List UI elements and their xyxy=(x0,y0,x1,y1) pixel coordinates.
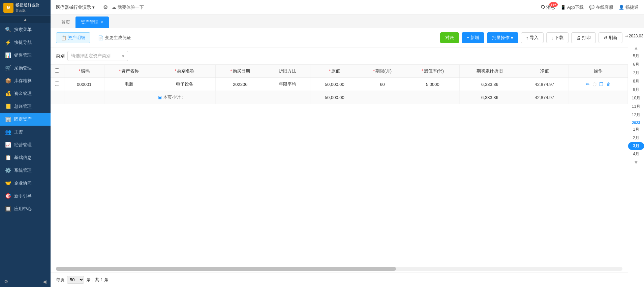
refresh-icon: ↺ xyxy=(604,35,607,40)
sidebar-footer: ⚙ ◀ xyxy=(0,276,51,287)
select-all-checkbox[interactable] xyxy=(55,68,59,73)
subtotal-icon: ▣ xyxy=(158,95,162,100)
tab-asset-mgmt[interactable]: 资产管理 ✕ xyxy=(75,17,109,28)
batch-dropdown-icon: ▾ xyxy=(511,35,513,40)
reconcile-button[interactable]: 对账 xyxy=(440,32,459,43)
timeline-month-5[interactable]: 5月 xyxy=(628,52,644,60)
timeline-month-10[interactable]: 10月 xyxy=(628,94,644,102)
sidebar-item-search[interactable]: 🔍 搜索菜单 xyxy=(0,23,51,36)
fixed-assets-icon: 🏢 xyxy=(5,116,11,122)
row-checkbox[interactable] xyxy=(55,82,59,86)
sidebar-logo: 畅 畅捷通好业财 普及版 xyxy=(0,0,51,16)
collapse-icon[interactable]: ◀ xyxy=(43,279,47,284)
pagination: 每页 50 10 20 100 条，共 1 条 xyxy=(51,272,628,287)
sidebar-item-basic-info[interactable]: 📋 基础信息 xyxy=(0,151,51,164)
sidebar-item-funds[interactable]: 💰 资金管理 xyxy=(0,87,51,100)
edit-icon[interactable]: ✏ xyxy=(586,82,590,87)
company-selector[interactable]: 医疗器械行业演示 ▾ xyxy=(56,4,95,10)
user-profile[interactable]: 👤 畅捷通 xyxy=(619,4,639,10)
sidebar-item-purchase[interactable]: 🛒 采购管理 xyxy=(0,62,51,74)
timeline-month-3-current[interactable]: 3月 xyxy=(628,142,644,150)
timeline-month-4[interactable]: 4月 xyxy=(628,150,644,158)
feedback-button[interactable]: ☁ 我要体验一下 xyxy=(112,4,144,10)
sidebar-item-inventory[interactable]: 📦 库存核算 xyxy=(0,74,51,87)
messages-badge: 99+ xyxy=(549,2,558,7)
app-download-button[interactable]: 📱 App下载 xyxy=(560,4,584,10)
timeline-up-nav[interactable]: ▲ xyxy=(633,44,640,52)
asset-detail-icon: 📋 xyxy=(61,35,66,40)
row-checkbox-cell xyxy=(51,78,64,91)
timeline-month-2[interactable]: 2月 xyxy=(628,134,644,142)
settings-button[interactable]: ⚙ xyxy=(103,4,108,10)
new-button[interactable]: + 新增 xyxy=(462,32,484,43)
service-icon: 💬 xyxy=(589,5,594,10)
print-button[interactable]: 🖨 打印 xyxy=(571,32,596,43)
category-placeholder: 请选择固定资产类别 xyxy=(71,53,111,59)
timeline-month-12[interactable]: 12月 xyxy=(628,111,644,119)
category-select[interactable]: 请选择固定资产类别 ▾ xyxy=(67,51,128,61)
delete-icon[interactable]: 🗑 xyxy=(606,82,611,87)
logo-text-wrap: 畅捷通好业财 普及版 xyxy=(16,3,40,13)
th-purchase-date: *购买日期 xyxy=(215,65,265,78)
feedback-icon: ☁ xyxy=(112,5,116,10)
online-service-button[interactable]: 💬 在线客服 xyxy=(589,4,613,10)
content-area: 📋 资产明细 📄 变更生成凭证 对账 + 新增 批量操作 xyxy=(51,28,644,287)
funds-icon: 💰 xyxy=(5,91,11,97)
subtotal-original-value: 50,000.00 xyxy=(310,91,359,104)
sidebar-scroll-up[interactable]: ▲ xyxy=(0,16,51,23)
copy-icon[interactable]: ⬡ xyxy=(592,82,596,87)
timeline-month-7[interactable]: 7月 xyxy=(628,69,644,77)
sidebar-item-app-center[interactable]: 🔲 应用中心 xyxy=(0,202,51,215)
duplicate-icon[interactable]: ❐ xyxy=(599,82,604,87)
sidebar-item-ledger[interactable]: 📒 总账管理 xyxy=(0,100,51,113)
per-page-label: 每页 xyxy=(56,277,65,283)
timeline-down-nav[interactable]: ▼ xyxy=(633,158,640,166)
panel-expand-icon[interactable]: ⇔ xyxy=(625,34,628,38)
row-period: 60 xyxy=(359,78,406,91)
action-icons-group: ✏ ⬡ ❐ 🗑 xyxy=(573,82,623,87)
sidebar-item-operations[interactable]: 📈 经营管理 xyxy=(0,138,51,151)
avatar-icon: 👤 xyxy=(619,5,624,10)
sub-tab-asset-detail[interactable]: 📋 资产明细 xyxy=(56,32,90,43)
enterprise-icon: 🤝 xyxy=(5,180,11,186)
settings-icon[interactable]: ⚙ xyxy=(4,279,8,284)
import-button[interactable]: ↑ 导入 xyxy=(521,32,544,43)
timeline-month-9[interactable]: 9月 xyxy=(628,86,644,94)
sidebar-item-payroll[interactable]: 👥 工资 xyxy=(0,126,51,138)
batch-button[interactable]: 批量操作 ▾ xyxy=(487,32,518,43)
content-main: 📋 资产明细 📄 变更生成凭证 对账 + 新增 批量操作 xyxy=(51,28,628,287)
row-original-value: 50,000.00 xyxy=(310,78,359,91)
th-initial-depreciation: 期初累计折旧 xyxy=(460,65,520,78)
sidebar-item-system[interactable]: ⚙️ 系统管理 xyxy=(0,164,51,177)
timeline-month-6[interactable]: 6月 xyxy=(628,60,644,69)
row-depreciation-method: 年限平均 xyxy=(265,78,310,91)
row-net-value: 42,874.97 xyxy=(520,78,569,91)
th-original-value: *原值 xyxy=(310,65,359,78)
download-label: 下载 xyxy=(555,35,563,41)
sidebar-item-sales[interactable]: 📊 销售管理 xyxy=(0,49,51,62)
timeline-month-11[interactable]: 11月 xyxy=(628,102,644,111)
sidebar-item-label: 搜索菜单 xyxy=(14,27,32,33)
sidebar-item-quick-nav[interactable]: ⚡ 快捷导航 xyxy=(0,36,51,49)
download-button[interactable]: ↓ 下载 xyxy=(546,32,569,43)
per-page-select[interactable]: 50 10 20 100 xyxy=(67,276,84,284)
panel-year-label: 2023.03 xyxy=(629,32,643,40)
sub-tab-change-voucher[interactable]: 📄 变更生成凭证 xyxy=(93,32,136,43)
timeline-month-8[interactable]: 8月 xyxy=(628,77,644,86)
topbar-divider xyxy=(99,4,99,11)
tab-home[interactable]: 首页 xyxy=(56,17,75,28)
tab-close-icon[interactable]: ✕ xyxy=(100,20,103,25)
sidebar-item-fixed-assets[interactable]: 🏢 固定资产 xyxy=(0,113,51,126)
timeline-month-1[interactable]: 1月 xyxy=(628,125,644,134)
timeline: ▲ 5月 6月 7月 8月 9月 10月 11月 12月 2023 1月 2月 … xyxy=(628,44,644,166)
quick-nav-icon: ⚡ xyxy=(5,39,11,45)
ledger-icon: 📒 xyxy=(5,103,11,109)
row-category: 电子设备 xyxy=(154,78,215,91)
messages-button[interactable]: 🗨 消息 99+ xyxy=(541,4,555,10)
sidebar-item-enterprise[interactable]: 🤝 企业协同 xyxy=(0,177,51,190)
sidebar-item-label: 基础信息 xyxy=(14,155,32,161)
sidebar-item-guide[interactable]: 🎯 新手引导 xyxy=(0,190,51,202)
th-period: *期限(月) xyxy=(359,65,406,78)
table-scrollbar[interactable] xyxy=(56,267,622,271)
refresh-button[interactable]: ↺ 刷新 xyxy=(599,32,622,43)
